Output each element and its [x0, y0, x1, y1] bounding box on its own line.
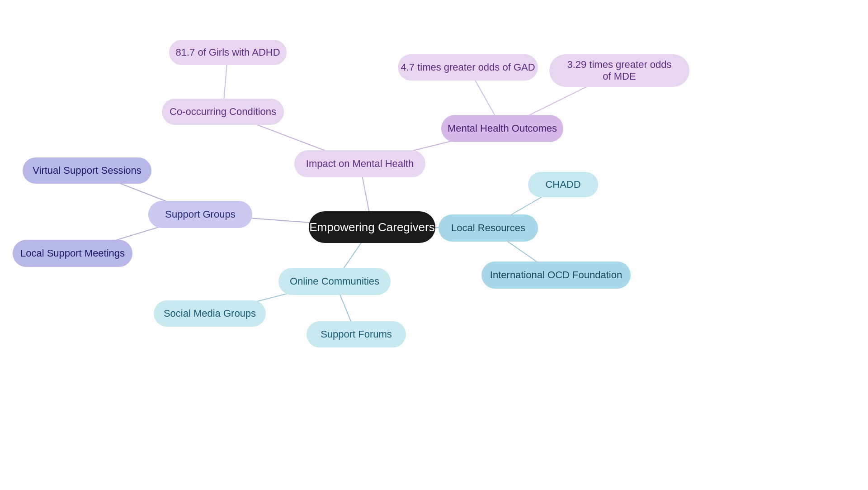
social-media-groups-node: Social Media Groups [154, 300, 266, 327]
local-resources-node: Local Resources [439, 214, 538, 242]
girls-adhd-node: 81.7 of Girls with ADHD [169, 40, 287, 65]
co-occurring-node: Co-occurring Conditions [162, 99, 284, 125]
center-node: Empowering Caregivers [309, 211, 435, 243]
support-groups-node: Support Groups [148, 201, 252, 228]
impact-mental-health-node: Impact on Mental Health [294, 150, 425, 177]
virtual-sessions-node: Virtual Support Sessions [23, 157, 151, 184]
chadd-node: CHADD [528, 172, 598, 197]
mental-health-outcomes-node: Mental Health Outcomes [441, 115, 563, 142]
support-forums-node: Support Forums [307, 321, 406, 347]
gad-node: 4.7 times greater odds of GAD [398, 54, 538, 81]
intl-ocd-node: International OCD Foundation [481, 262, 631, 289]
mde-node: 3.29 times greater odds of MDE [549, 54, 689, 87]
online-communities-node: Online Communities [278, 268, 391, 295]
local-meetings-node: Local Support Meetings [13, 240, 132, 267]
